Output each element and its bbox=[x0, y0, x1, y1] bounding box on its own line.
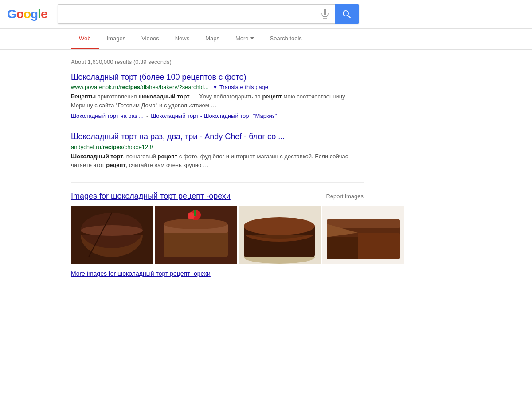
image-thumbnail[interactable] bbox=[322, 206, 404, 264]
images-section-title[interactable]: Images for шоколадный торт рецепт -орехи bbox=[71, 192, 231, 201]
header: Google шоколадный торт рецепт -орехи bbox=[0, 0, 532, 29]
images-grid bbox=[71, 206, 364, 264]
more-images-link[interactable]: More images for шоколадный торт рецепт -… bbox=[71, 270, 364, 277]
sitelink-1[interactable]: Шоколадный торт на раз ... bbox=[71, 113, 144, 119]
image-thumbnail[interactable] bbox=[239, 206, 321, 264]
cake-image-3 bbox=[239, 206, 321, 264]
sitelink-separator: - bbox=[146, 113, 148, 119]
tab-more[interactable]: More bbox=[227, 29, 262, 49]
google-logo[interactable]: Google bbox=[7, 7, 47, 21]
result-description: Рецепты приготовления шоколадный торт. .… bbox=[71, 92, 364, 110]
result-url-row: andychef.ru/recipes/choco-123/ bbox=[71, 144, 364, 150]
nav-tabs: Web Images Videos News Maps More Search … bbox=[0, 29, 532, 50]
logo-letter-o2: o bbox=[23, 7, 31, 21]
results-area: About 1,630,000 results (0.39 seconds) Ш… bbox=[71, 50, 364, 277]
svg-rect-28 bbox=[358, 233, 400, 259]
images-section: Images for шоколадный торт рецепт -орехи… bbox=[71, 192, 364, 277]
result-url: andychef.ru/recipes/choco-123/ bbox=[71, 144, 153, 150]
result-description: Шоколадный торт, пошаговый рецепт с фото… bbox=[71, 152, 364, 170]
report-images-link[interactable]: Report images bbox=[326, 193, 364, 200]
svg-point-16 bbox=[188, 212, 195, 219]
svg-point-24 bbox=[244, 217, 315, 235]
result-sitelinks: Шоколадный торт на раз ... - Шоколадный … bbox=[71, 113, 364, 119]
cake-image-1 bbox=[71, 206, 153, 264]
result-url-row: www.povarenok.ru/recipes/dishes/bakery/?… bbox=[71, 84, 364, 90]
result-title[interactable]: Шоколадный торт на раз, два, три - Andy … bbox=[71, 132, 364, 142]
mic-button[interactable] bbox=[315, 4, 335, 24]
result-title[interactable]: Шоколадный торт (более 100 рецептов с фо… bbox=[71, 72, 364, 82]
svg-rect-17 bbox=[194, 210, 196, 216]
image-thumbnail[interactable] bbox=[155, 206, 237, 264]
svg-rect-0 bbox=[324, 9, 326, 15]
image-thumbnail[interactable] bbox=[71, 206, 153, 264]
logo-letter-g2: g bbox=[31, 7, 38, 21]
svg-line-4 bbox=[348, 16, 351, 18]
results-stats: About 1,630,000 results (0.39 seconds) bbox=[71, 53, 364, 72]
sitelink-2[interactable]: Шоколадный торт - Шоколадный торт "Марки… bbox=[151, 113, 277, 119]
svg-rect-27 bbox=[327, 219, 400, 228]
tab-news[interactable]: News bbox=[167, 29, 198, 49]
search-result: Шоколадный торт на раз, два, три - Andy … bbox=[71, 132, 364, 169]
logo-letter-e: e bbox=[41, 7, 47, 21]
search-result: Шоколадный торт (более 100 рецептов с фо… bbox=[71, 72, 364, 119]
logo-letter-o1: o bbox=[16, 7, 23, 21]
tab-search-tools[interactable]: Search tools bbox=[262, 29, 310, 49]
svg-point-9 bbox=[81, 225, 143, 236]
tab-maps[interactable]: Maps bbox=[197, 29, 227, 49]
tab-web[interactable]: Web bbox=[71, 29, 99, 49]
chevron-down-icon bbox=[250, 37, 254, 39]
tab-videos[interactable]: Videos bbox=[133, 29, 167, 49]
tab-images[interactable]: Images bbox=[99, 29, 134, 49]
logo-letter-l: l bbox=[38, 7, 41, 21]
result-url: www.povarenok.ru/recipes/dishes/bakery/?… bbox=[71, 84, 209, 90]
search-input[interactable]: шоколадный торт рецепт -орехи bbox=[58, 10, 315, 18]
result-translate-link[interactable]: ▼ Translate this page bbox=[212, 84, 268, 90]
search-bar: шоколадный торт рецепт -орехи bbox=[58, 4, 359, 24]
section-divider bbox=[71, 182, 364, 183]
cake-image-4 bbox=[322, 206, 404, 264]
images-section-header: Images for шоколадный торт рецепт -орехи… bbox=[71, 192, 364, 201]
search-button[interactable] bbox=[335, 4, 359, 24]
search-icon bbox=[342, 10, 351, 19]
logo-letter-g: G bbox=[7, 7, 16, 21]
cake-image-2 bbox=[155, 206, 237, 264]
mic-icon bbox=[321, 9, 329, 20]
